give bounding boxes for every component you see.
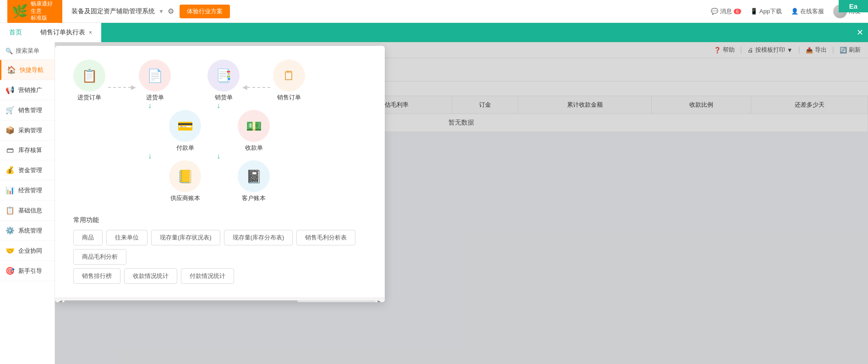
func-btn-stock-dist[interactable]: 现存量(库存分布表) bbox=[224, 230, 293, 245]
scroll-left-arrow[interactable]: ◀ bbox=[59, 299, 62, 302]
cart-icon: 🛒 bbox=[5, 106, 15, 114]
search-icon: 🔍 bbox=[5, 48, 13, 54]
node-xiaohuo[interactable]: 📑 bbox=[207, 60, 240, 92]
content-area: ❓ 帮助 | 🖨 按模板打印 ▼ | 📤 导出 | 🔄 刷新 bbox=[55, 42, 868, 364]
tab-home[interactable]: 首页 bbox=[0, 23, 31, 42]
scroll-right-arrow[interactable]: ▶ bbox=[377, 299, 381, 302]
message-item[interactable]: 💬 消息 6 bbox=[711, 7, 741, 16]
func-buttons-row1: 商品 往来单位 现存量(库存状况表) 现存量(库存分布表) 销售毛利分析表 商品… bbox=[73, 230, 366, 265]
node-customer[interactable]: 📓 bbox=[238, 160, 270, 192]
scroll-thumb bbox=[64, 300, 298, 303]
node-shoukuan-label: 收款单 bbox=[245, 144, 263, 152]
system-title: 装备及固定资产辅助管理系统 ▼ bbox=[71, 7, 164, 16]
sidebar-item-marketing[interactable]: 📢 营销推广 bbox=[0, 80, 55, 100]
func-buttons-row2: 销售排行榜 收款情况统计 付款情况统计 bbox=[73, 268, 366, 284]
ea-badge: Ea bbox=[839, 0, 868, 12]
node-jinhuo-label: 进货单 bbox=[146, 93, 164, 102]
clipboard-icon: 📋 bbox=[5, 206, 15, 215]
top-header: 🌿 畅康通好生意 标准版 装备及固定资产辅助管理系统 ▼ ⚙ 体验行业方案 💬 … bbox=[0, 0, 868, 23]
tab-close-icon[interactable]: × bbox=[89, 29, 92, 36]
popup-scrollbar: ◀ ▶ bbox=[55, 298, 385, 302]
node-customer-label: 客户账本 bbox=[242, 194, 266, 202]
dropdown-icon[interactable]: ▼ bbox=[158, 8, 164, 15]
node-fukuan-label: 付款单 bbox=[176, 144, 194, 152]
sidebar-item-operations[interactable]: 📊 经营管理 bbox=[0, 180, 55, 201]
node-xiaohuo-order-label: 销售订单 bbox=[277, 93, 301, 102]
gear-icon[interactable]: ⚙ bbox=[168, 7, 174, 16]
phone-icon: 📱 bbox=[750, 8, 758, 15]
sidebar-item-quick-nav[interactable]: 🏠 快捷导航 bbox=[0, 60, 55, 80]
func-btn-goods-profit[interactable]: 商品毛利分析 bbox=[73, 249, 126, 265]
node-xiaohuo-label: 销货单 bbox=[215, 93, 233, 102]
megaphone-icon: 📢 bbox=[5, 86, 15, 94]
common-functions: 常用功能 商品 往来单位 现存量(库存状况表) 现存量(库存分布表) 销售毛利分… bbox=[73, 216, 366, 284]
chart-icon: 📊 bbox=[5, 186, 15, 195]
sidebar-search[interactable]: 🔍 搜索菜单 bbox=[0, 42, 55, 60]
target-icon: 🎯 bbox=[5, 266, 15, 275]
sidebar-item-new-guide[interactable]: 🎯 新手引导 bbox=[0, 261, 55, 281]
node-supplier[interactable]: 📒 bbox=[169, 160, 201, 192]
sidebar-item-purchase[interactable]: 📦 采购管理 bbox=[0, 120, 55, 141]
node-xiaohuo-order[interactable]: 🗒 bbox=[273, 60, 305, 92]
func-btn-receipt-stat[interactable]: 收款情况统计 bbox=[124, 268, 177, 284]
message-badge: 6 bbox=[734, 9, 741, 14]
sidebar-item-system[interactable]: ⚙️ 系统管理 bbox=[0, 221, 55, 241]
popup-body: 📋 进货订单 ▶ bbox=[55, 46, 385, 298]
sidebar-item-enterprise[interactable]: 🤝 企业协同 bbox=[0, 241, 55, 261]
logo-area: 🌿 畅康通好生意 标准版 bbox=[7, 0, 62, 23]
scroll-track[interactable] bbox=[64, 300, 376, 303]
node-supplier-label: 供应商账本 bbox=[170, 194, 200, 202]
flow-diagram: 📋 进货订单 ▶ bbox=[73, 60, 366, 202]
node-fukuan[interactable]: 💳 bbox=[169, 110, 201, 142]
popup-overlay[interactable]: 📋 进货订单 ▶ bbox=[55, 42, 868, 364]
main-layout: 🔍 搜索菜单 🏠 快捷导航 📢 营销推广 🛒 销售管理 📦 采购管理 🗃 库存核… bbox=[0, 42, 868, 364]
tab-sales-order[interactable]: 销售订单执行表 × bbox=[31, 23, 101, 42]
home-icon: 🏠 bbox=[7, 65, 16, 74]
sidebar-item-basic-info[interactable]: 📋 基础信息 bbox=[0, 201, 55, 221]
func-btn-payment-stat[interactable]: 付款情况统计 bbox=[181, 268, 234, 284]
settings-icon: ⚙️ bbox=[5, 226, 15, 235]
func-btn-goods[interactable]: 商品 bbox=[73, 230, 103, 245]
sidebar: 🔍 搜索菜单 🏠 快捷导航 📢 营销推广 🛒 销售管理 📦 采购管理 🗃 库存核… bbox=[0, 42, 55, 364]
service-icon: 👤 bbox=[791, 8, 798, 15]
logo-icon: 🌿 bbox=[12, 4, 28, 19]
func-btn-sales-profit[interactable]: 销售毛利分析表 bbox=[296, 230, 355, 245]
nav-tabs: 首页 销售订单执行表 × ✕ bbox=[0, 23, 868, 42]
header-right: 💬 消息 6 📱 App下载 👤 在线客服 用友 bbox=[711, 5, 861, 18]
func-btn-stock-status[interactable]: 现存量(库存状况表) bbox=[151, 230, 220, 245]
nav-close-btn[interactable]: ✕ bbox=[857, 27, 863, 38]
node-jinhuo-order-label: 进货订单 bbox=[77, 93, 101, 102]
sidebar-item-sales[interactable]: 🛒 销售管理 bbox=[0, 100, 55, 120]
popup: 📋 进货订单 ▶ bbox=[55, 46, 385, 302]
online-service-item[interactable]: 👤 在线客服 bbox=[791, 7, 824, 16]
money-icon: 💰 bbox=[5, 166, 15, 174]
warehouse-icon: 🗃 bbox=[5, 146, 15, 154]
func-btn-sales-rank[interactable]: 销售排行榜 bbox=[73, 268, 120, 284]
func-btn-partner[interactable]: 往来单位 bbox=[106, 230, 147, 245]
experience-button[interactable]: 体验行业方案 bbox=[180, 5, 230, 18]
sidebar-item-finance[interactable]: 💰 资金管理 bbox=[0, 160, 55, 180]
common-func-title: 常用功能 bbox=[73, 216, 366, 224]
message-icon: 💬 bbox=[711, 8, 718, 15]
node-shoukuan[interactable]: 💵 bbox=[238, 110, 270, 142]
sidebar-item-inventory[interactable]: 🗃 库存核算 bbox=[0, 141, 55, 160]
node-jinhuo[interactable]: 📄 bbox=[139, 60, 171, 92]
node-jinhuo-order[interactable]: 📋 bbox=[73, 60, 105, 92]
logo-text: 畅康通好生意 标准版 bbox=[31, 0, 58, 22]
box-icon: 📦 bbox=[5, 126, 15, 135]
app-download-item[interactable]: 📱 App下载 bbox=[750, 7, 782, 16]
handshake-icon: 🤝 bbox=[5, 246, 15, 255]
